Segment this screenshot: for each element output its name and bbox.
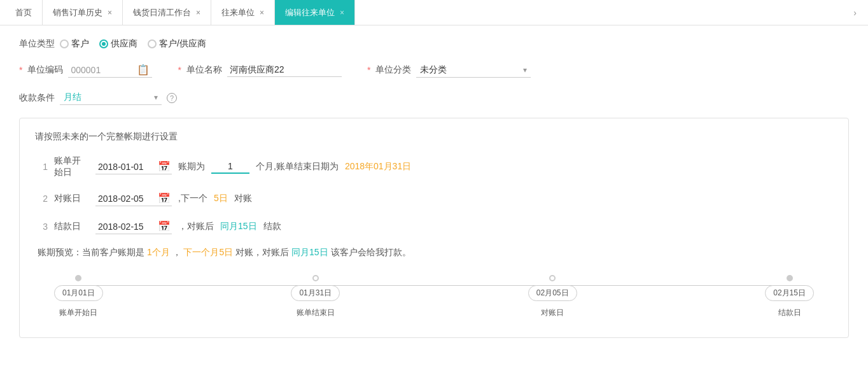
radio-circle-supplier <box>99 39 108 48</box>
timeline-nodes: 01月01日 账单开始日 01月31日 账单结束日 02月05日 对账日 <box>54 275 814 318</box>
period-desc-1-suffix: 个月,账单结束日期为 <box>256 161 339 172</box>
required-category: * <box>367 65 370 75</box>
period-title: 请按照未来的一个完整帐期进行设置 <box>35 131 833 143</box>
radio-both[interactable]: 客户/供应商 <box>148 38 206 50</box>
unit-type-group: 单位类型 客户 供应商 客户/供应商 <box>19 38 206 50</box>
node-label-3: 对账日 <box>541 307 564 318</box>
preview-part1: 1个月 <box>147 247 170 257</box>
category-arrow-icon: ▾ <box>523 66 527 74</box>
node-label-1: 账单开始日 <box>59 307 97 318</box>
unit-info-row: * 单位编码 📋 * 单位名称 * 单位分类 未分类 ▾ <box>19 62 849 78</box>
unit-name-label: 单位名称 <box>186 64 222 76</box>
period-desc-3-prefix: ，对账后 <box>178 221 214 232</box>
node-date-4: 02月15日 <box>765 285 814 301</box>
tab-bar: 首页 销售订单历史 × 钱货日清工作台 × 往来单位 × 编辑往来单位 × › <box>0 0 868 25</box>
period-box: 请按照未来的一个完整帐期进行设置 1 账单开始日 📅 账期为 个月,账单结束日期… <box>19 118 849 338</box>
payment-group: 收款条件 月结 ▾ ? <box>19 90 177 105</box>
tab-more-button[interactable]: › <box>847 8 863 18</box>
unit-code-group: * 单位编码 📋 <box>19 62 152 78</box>
unit-category-select[interactable]: 未分类 ▾ <box>416 63 531 78</box>
period-label-1: 账单开始日 <box>54 155 89 178</box>
cal-icon-3[interactable]: 📅 <box>158 220 171 232</box>
period-row-1: 1 账单开始日 📅 账期为 个月,账单结束日期为 2018年01月31日 <box>35 155 833 178</box>
unit-category-group: * 单位分类 未分类 ▾ <box>367 63 531 78</box>
preview-text: 账期预览：当前客户账期是 1个月 ， 下一个月5日 对账，对账后 同月15日 该… <box>35 247 833 258</box>
payment-arrow-icon: ▾ <box>154 93 158 102</box>
page-content: 单位类型 客户 供应商 客户/供应商 * 单位编码 <box>0 25 868 387</box>
unit-code-input[interactable] <box>71 65 134 75</box>
close-cash-work[interactable]: × <box>196 8 200 17</box>
tab-home[interactable]: 首页 <box>5 0 43 25</box>
timeline-node-3: 02月05日 对账日 <box>528 275 577 318</box>
period-num-2: 2 <box>35 194 48 204</box>
tab-edit-partner[interactable]: 编辑往来单位 × <box>275 0 355 25</box>
period-row3-highlight: 同月15日 <box>220 221 257 232</box>
radio-group: 客户 供应商 客户/供应商 <box>60 38 206 50</box>
period-num-1: 1 <box>35 162 48 172</box>
close-sales-history[interactable]: × <box>108 8 112 17</box>
unit-name-group: * 单位名称 <box>178 64 341 77</box>
unit-type-label: 单位类型 <box>19 38 55 50</box>
period-desc-2-suffix: 对账 <box>234 193 252 204</box>
period-desc-1-prefix: 账期为 <box>178 161 205 172</box>
unit-category-label: 单位分类 <box>375 64 411 76</box>
cal-icon-1[interactable]: 📅 <box>158 160 171 172</box>
required-code: * <box>19 65 22 75</box>
radio-customer[interactable]: 客户 <box>60 38 89 50</box>
month-input[interactable] <box>211 160 249 174</box>
node-dot-end <box>787 275 793 281</box>
period-row-3: 3 结款日 📅 ，对账后 同月15日 结款 <box>35 219 833 234</box>
preview-part2: 下一个月5日 <box>183 247 233 257</box>
date-input-1-wrap: 📅 <box>95 159 172 174</box>
date-input-3-wrap: 📅 <box>95 219 172 234</box>
timeline-node-end: 02月15日 结款日 <box>765 275 814 318</box>
radio-supplier[interactable]: 供应商 <box>99 38 137 50</box>
preview-part3: 同月15日 <box>291 247 328 257</box>
tab-partner[interactable]: 往来单位 × <box>211 0 275 25</box>
unit-type-row: 单位类型 客户 供应商 客户/供应商 <box>19 38 849 50</box>
node-date-3: 02月05日 <box>528 285 577 301</box>
period-num-3: 3 <box>35 222 48 232</box>
close-edit-partner[interactable]: × <box>340 8 344 17</box>
unit-name-input[interactable] <box>227 64 342 77</box>
cal-icon-2[interactable]: 📅 <box>158 192 171 204</box>
date-input-2[interactable] <box>98 194 155 204</box>
payment-help-icon[interactable]: ? <box>167 93 177 103</box>
unit-category-value: 未分类 <box>420 64 519 76</box>
date-input-1[interactable] <box>98 162 155 172</box>
timeline-node-2: 01月31日 账单结束日 <box>291 275 340 318</box>
unit-code-input-wrap: 📋 <box>68 62 152 78</box>
timeline-node-start: 01月01日 账单开始日 <box>54 275 103 318</box>
close-partner[interactable]: × <box>260 8 264 17</box>
payment-row: 收款条件 月结 ▾ ? <box>19 90 849 105</box>
period-end-date-highlight: 2018年01月31日 <box>345 161 411 172</box>
tab-sales-history[interactable]: 销售订单历史 × <box>43 0 123 25</box>
tab-cash-work[interactable]: 钱货日清工作台 × <box>123 0 211 25</box>
node-date-1: 01月01日 <box>54 285 103 301</box>
payment-label: 收款条件 <box>19 92 55 104</box>
node-dot-start <box>75 275 81 281</box>
period-label-3: 结款日 <box>54 221 89 232</box>
period-desc-2-prefix: ,下一个 <box>178 193 207 204</box>
payment-select[interactable]: 月结 ▾ <box>60 90 162 105</box>
period-label-2: 对账日 <box>54 193 89 204</box>
required-name: * <box>178 65 181 75</box>
date-input-3[interactable] <box>98 222 155 232</box>
node-label-2: 账单结束日 <box>297 307 335 318</box>
unit-code-icon[interactable]: 📋 <box>137 64 150 76</box>
timeline-container: 01月01日 账单开始日 01月31日 账单结束日 02月05日 对账日 <box>35 269 833 325</box>
node-date-2: 01月31日 <box>291 285 340 301</box>
radio-circle-customer <box>60 39 69 48</box>
date-input-2-wrap: 📅 <box>95 191 172 206</box>
node-label-4: 结款日 <box>778 307 801 318</box>
unit-code-label: 单位编码 <box>27 64 63 76</box>
period-row-2: 2 对账日 📅 ,下一个 5日 对账 <box>35 191 833 206</box>
node-dot-3 <box>549 275 556 281</box>
node-dot-2 <box>312 275 319 281</box>
period-desc-3-suffix: 结款 <box>263 221 281 232</box>
payment-value: 月结 <box>64 92 150 103</box>
period-row2-highlight: 5日 <box>214 193 228 204</box>
radio-circle-both <box>148 39 157 48</box>
